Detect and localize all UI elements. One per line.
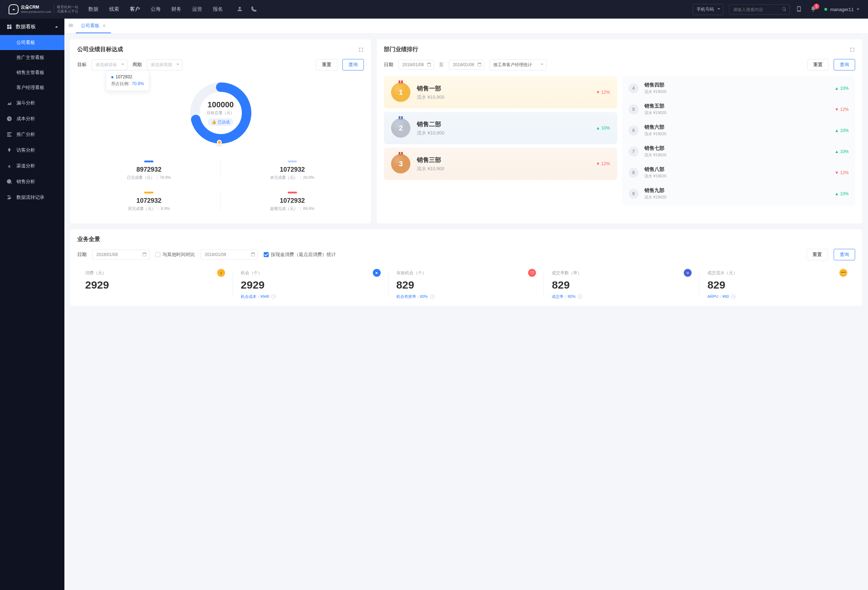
rank-date-label: 日期 [384, 62, 393, 68]
goals-title: 公司业绩目标达成 [77, 46, 123, 53]
query-button[interactable]: 查询 [834, 59, 855, 71]
reset-button[interactable]: 重置 [316, 59, 337, 71]
nav-link[interactable]: 线索 [109, 6, 119, 13]
notifications-button[interactable]: 5 [810, 6, 816, 13]
nav-link[interactable]: 财务 [171, 6, 182, 13]
nav-link[interactable]: 客户 [130, 6, 140, 13]
stat-cell: 1072932应完成量（元）|8.9% [77, 186, 221, 217]
ov-date-1[interactable]: 2018/01/08 [92, 250, 149, 260]
nav-link[interactable]: 数据 [89, 6, 98, 13]
close-icon[interactable]: ✕ [102, 23, 106, 28]
tooltip-pct: 70.9% [132, 81, 144, 86]
hamburger-icon[interactable] [68, 22, 74, 29]
tab-company-board[interactable]: 公司看板 ✕ [76, 19, 111, 33]
rank-row: 8销售八部流水 ¥19020▼ 12% [622, 162, 855, 183]
search-type-select[interactable]: 手机号码 [693, 4, 723, 15]
brand-name: 云朵CRM [21, 4, 39, 10]
overview-card: 业务全景 日期 2018/01/08 与其他时间对比 2018/01/08 按现… [70, 229, 862, 306]
metric-icon: ➤ [373, 269, 381, 277]
chart-badge: 👍已达成 [208, 118, 233, 126]
query-button[interactable]: 查询 [342, 59, 364, 71]
search-icon[interactable] [782, 7, 787, 12]
help-icon[interactable]: ? [731, 294, 736, 299]
sidebar-link[interactable]: 推广分析 [0, 127, 64, 142]
rank-top-card: 3销售三部流水 ¥10,900▼ 12% [384, 148, 617, 180]
rank-row: 5销售五部流水 ¥19020▼ 12% [622, 99, 855, 120]
status-dot [824, 8, 827, 11]
top-nav: ☁ 云朵CRM www.yunduocrm.com 教育机构一站 式服务云平台 … [0, 0, 868, 19]
medal-icon: 3 [391, 154, 410, 174]
reset-button[interactable]: 重置 [806, 249, 828, 260]
rank-row: 4销售四部流水 ¥19020▲ 10% [622, 78, 855, 99]
query-button[interactable]: 查询 [834, 249, 855, 260]
tooltip-value: 1072932 [115, 74, 132, 79]
phone-icon[interactable] [251, 6, 257, 13]
metric-icon: 💰 [217, 269, 225, 277]
sidebar-item[interactable]: 客户经理看板 [0, 80, 64, 95]
sidebar-group-label: 数据看板 [16, 24, 36, 30]
rank-date-to[interactable]: 2018/01/08 [449, 60, 484, 70]
thumbs-up-icon: 👍 [211, 120, 217, 124]
nav-icon [6, 116, 12, 122]
stat-cell: 8972932已完成量（元）|70.9% [77, 155, 221, 186]
sidebar-link[interactable]: 数据流转记录 [0, 190, 64, 205]
sidebar-item[interactable]: 销售主管看板 [0, 65, 64, 80]
metric-cell: 消费（元）💰2929 [77, 269, 233, 299]
metric-icon: 🛡 [528, 269, 536, 277]
period-select[interactable]: 请选择周期 [147, 59, 183, 71]
user-menu[interactable]: manager11 [824, 7, 859, 12]
ov-date-2[interactable]: 2018/01/08 [201, 250, 258, 260]
nav-icon [6, 194, 12, 200]
compare-checkbox[interactable]: 与其他时间对比 [155, 252, 195, 258]
sidebar-link[interactable]: 销售分析 [0, 174, 64, 190]
nav-link[interactable]: 运营 [192, 6, 202, 13]
goals-card: 公司业绩目标达成 目标 请选择目标 周期 请选择周期 重置 查询 [70, 39, 371, 224]
brand-domain: www.yunduocrm.com [21, 10, 52, 14]
dashboard-icon [6, 24, 12, 30]
help-icon[interactable]: ? [577, 294, 582, 299]
date-to-label: 至 [439, 62, 444, 68]
search-input[interactable] [733, 7, 779, 12]
sidebar-link[interactable]: 访客分析 [0, 142, 64, 158]
help-icon[interactable]: ? [271, 294, 276, 299]
chevron-up-icon [55, 25, 58, 28]
chart-center-label: 目标总量（元） [207, 110, 234, 115]
nav-icon [6, 163, 12, 169]
calendar-icon [142, 252, 147, 257]
user-name: manager11 [830, 7, 854, 12]
sidebar-item[interactable]: 推广主管看板 [0, 50, 64, 65]
sidebar-group-header[interactable]: 数据看板 [0, 19, 64, 35]
nav-icon [6, 179, 12, 184]
rank-row: 6销售六部流水 ¥19020▲ 10% [622, 120, 855, 141]
expand-icon[interactable] [849, 47, 855, 53]
stat-select[interactable]: 按工单客户经理统计 [489, 59, 547, 71]
search-input-wrap [729, 4, 790, 15]
sidebar-link[interactable]: 漏斗分析 [0, 95, 64, 111]
goal-label: 目标 [77, 62, 87, 68]
notification-badge: 5 [813, 4, 819, 9]
sidebar-item[interactable]: 公司看板 [0, 35, 64, 50]
nav-link[interactable]: 报名 [213, 6, 223, 13]
medal-icon: 2 [391, 118, 410, 138]
nav-icon [6, 100, 12, 106]
expand-icon[interactable] [358, 47, 364, 53]
reset-button[interactable]: 重置 [807, 59, 829, 71]
tab-label: 公司看板 [81, 22, 99, 29]
goal-select[interactable]: 请选择目标 [92, 59, 127, 71]
rank-title: 部门业绩排行 [384, 46, 418, 53]
user-icon[interactable] [236, 6, 243, 13]
sidebar-link[interactable]: 渠道分析 [0, 158, 64, 174]
device-icon[interactable] [796, 6, 802, 13]
calendar-icon [251, 252, 255, 257]
brand-logo: ☁ 云朵CRM www.yunduocrm.com 教育机构一站 式服务云平台 [9, 4, 78, 14]
nav-link[interactable]: 公海 [151, 6, 161, 13]
help-icon[interactable]: ? [430, 294, 435, 299]
rank-row: 9销售九部流水 ¥19020▲ 10% [622, 183, 855, 204]
brand-tagline-2: 式服务云平台 [57, 9, 78, 13]
cash-checkbox[interactable]: 按现金消费（返点后消费）统计 [264, 252, 336, 258]
tabs-bar: 公司看板 ✕ [64, 19, 868, 34]
rank-top-card: 2销售二部流水 ¥10,900▲ 10% [384, 112, 617, 144]
rank-date-from[interactable]: 2018/01/08 [398, 60, 434, 70]
calendar-icon [427, 62, 431, 67]
sidebar-link[interactable]: 成本分析 [0, 111, 64, 127]
